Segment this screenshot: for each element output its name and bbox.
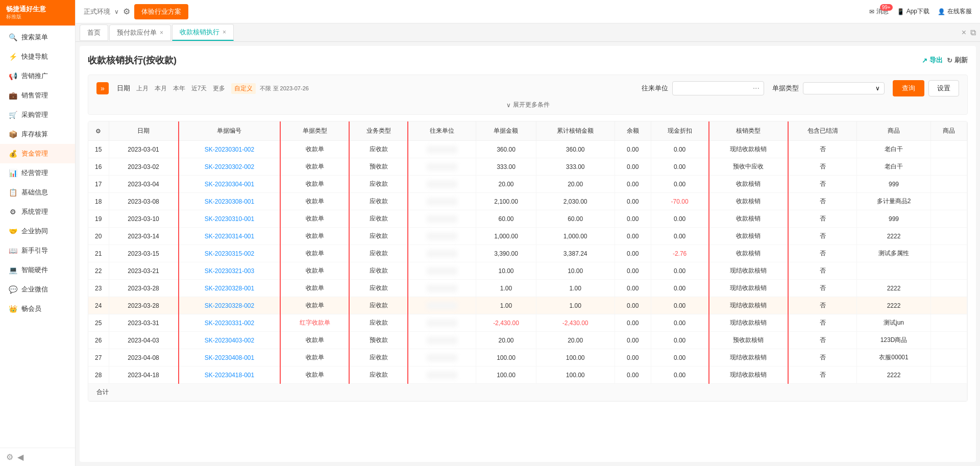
sidebar-item-member[interactable]: 👑畅会员 — [0, 299, 75, 318]
sidebar-item-marketing[interactable]: 📢营销推广 — [0, 66, 75, 86]
cell-product1: 2222 — [857, 280, 931, 297]
cell-bill-no: SK-20230403-002 — [179, 332, 281, 349]
topbar-msg[interactable]: ✉ 消息 99+ — [869, 7, 889, 16]
sidebar-item-corp[interactable]: 🤝企业协同 — [0, 222, 75, 241]
filter-custom-btn[interactable]: 自定义 — [231, 83, 256, 94]
bill-no-link[interactable]: SK-20230302-002 — [205, 163, 254, 170]
partner-dots[interactable]: ··· — [753, 84, 760, 93]
sidebar-collapse-icon[interactable]: ◀ — [17, 452, 23, 462]
close-window-icon[interactable]: × — [962, 28, 966, 37]
sidebar-item-hardware[interactable]: 💻智能硬件 — [0, 260, 75, 280]
cell-writeoff-type: 现结收款核销 — [709, 141, 789, 158]
sidebar-item-sales[interactable]: 💼销售管理 — [0, 86, 75, 105]
cell-bill-no: SK-20230314-001 — [179, 228, 281, 245]
tab-close-2[interactable]: × — [223, 29, 226, 36]
table-row: 27 2023-04-08 SK-20230408-001 收款单 应收款 10… — [88, 349, 967, 366]
sidebar-item-nav[interactable]: ⚡快捷导航 — [0, 47, 75, 66]
cell-partner — [408, 262, 476, 280]
bill-no-link[interactable]: SK-20230403-002 — [205, 337, 254, 344]
topbar-gear-icon[interactable]: ⚙ — [123, 7, 130, 16]
sidebar-icon-member: 👑 — [8, 305, 17, 313]
bill-no-link[interactable]: SK-20230310-001 — [205, 215, 254, 223]
cell-writeoff: 360.00 — [536, 141, 615, 158]
tab-1[interactable]: 预付款应付单× — [109, 24, 171, 41]
cell-amount: 60.00 — [476, 210, 536, 228]
col-amount: 单据金额 — [476, 121, 536, 141]
settings-icon[interactable]: ⚙ — [95, 128, 101, 135]
bill-no-link[interactable]: SK-20230418-001 — [205, 372, 254, 379]
cell-writeoff: 20.00 — [536, 332, 615, 349]
cell-amount: 2,100.00 — [476, 193, 536, 210]
expand-more-button[interactable]: ∨ 展开更多条件 — [506, 101, 550, 109]
topbar-service[interactable]: 👤 在线客服 — [938, 7, 972, 16]
cell-amount: 1.00 — [476, 280, 536, 297]
export-button[interactable]: ↗ 导出 — [922, 56, 943, 65]
filter-date-btn[interactable]: 本月 — [153, 83, 169, 94]
bill-no-link[interactable]: SK-20230314-001 — [205, 233, 254, 240]
filter-date-btn[interactable]: 上月 — [134, 83, 151, 94]
sidebar-label-sales: 销售管理 — [21, 91, 48, 100]
cell-writeoff: 20.00 — [536, 176, 615, 193]
cell-balance: 0.00 — [615, 245, 651, 262]
restore-window-icon[interactable]: ⧉ — [970, 28, 976, 37]
bill-no-link[interactable]: SK-20230308-001 — [205, 198, 254, 205]
page-header: 收款核销执行(按收款) ↗ 导出 ↻ 刷新 — [88, 54, 968, 66]
cell-partner — [408, 314, 476, 332]
sidebar-item-purchase[interactable]: 🛒采购管理 — [0, 105, 75, 125]
sidebar-icon-search: 🔍 — [8, 33, 17, 41]
cell-amount: 333.00 — [476, 158, 536, 176]
sidebar-item-inventory[interactable]: 📦库存核算 — [0, 125, 75, 144]
sidebar-settings-icon[interactable]: ⚙ — [6, 452, 13, 462]
cell-product1: 2222 — [857, 228, 931, 245]
sidebar-item-search[interactable]: 🔍搜索菜单 — [0, 28, 75, 47]
bill-no-link[interactable]: SK-20230321-003 — [205, 267, 254, 275]
bill-no-link[interactable]: SK-20230331-002 — [205, 320, 254, 327]
cell-date: 2023-03-14 — [109, 228, 179, 245]
cell-balance: 0.00 — [615, 332, 651, 349]
filter-date-btn[interactable]: 更多 — [211, 83, 227, 94]
cell-no: 20 — [88, 228, 109, 245]
sidebar-item-base[interactable]: 📋基础信息 — [0, 183, 75, 202]
refresh-button[interactable]: ↻ 刷新 — [947, 56, 968, 65]
sidebar-item-guide[interactable]: 📖新手引导 — [0, 241, 75, 260]
cell-no: 21 — [88, 245, 109, 262]
filter-date-btn[interactable]: 近7天 — [189, 83, 209, 94]
sidebar-item-finance[interactable]: 💰资金管理 — [0, 144, 75, 163]
cell-product2 — [930, 141, 967, 158]
filter-bar: » 日期 上月本月本年近7天更多 自定义 不限 至 2023-07-26 往来单… — [88, 75, 968, 115]
filter-right-actions: 查询 设置 — [893, 80, 959, 96]
cell-discount: -70.00 — [651, 193, 708, 210]
filter-date-btn[interactable]: 本年 — [171, 83, 187, 94]
cell-biz-type: 应收款 — [349, 245, 407, 262]
tab-0[interactable]: 首页 — [80, 24, 108, 41]
cell-bill-type: 收款单 — [280, 366, 349, 384]
tab-close-1[interactable]: × — [160, 29, 163, 36]
cell-no: 25 — [88, 314, 109, 332]
bill-no-link[interactable]: SK-20230315-002 — [205, 250, 254, 257]
sidebar-item-wechat[interactable]: 💬企业微信 — [0, 280, 75, 299]
bill-no-link[interactable]: SK-20230408-001 — [205, 354, 254, 361]
cell-balance: 0.00 — [615, 176, 651, 193]
cell-date: 2023-04-08 — [109, 349, 179, 366]
solution-button[interactable]: 体验行业方案 — [134, 4, 188, 19]
table-row: 24 2023-03-28 SK-20230328-002 收款单 应收款 1.… — [88, 297, 967, 314]
col-discount: 现金折扣 — [651, 121, 708, 141]
sidebar-item-system[interactable]: ⚙系统管理 — [0, 202, 75, 222]
bill-no-link[interactable]: SK-20230301-002 — [205, 146, 254, 153]
settings-button[interactable]: 设置 — [928, 80, 959, 96]
bill-no-link[interactable]: SK-20230328-002 — [205, 302, 254, 309]
cell-writeoff-type: 收款核销 — [709, 210, 789, 228]
bill-no-link[interactable]: SK-20230328-001 — [205, 285, 254, 292]
sidebar-item-operation[interactable]: 📊经营管理 — [0, 163, 75, 183]
cell-date: 2023-04-18 — [109, 366, 179, 384]
tab-2[interactable]: 收款核销执行× — [172, 24, 234, 41]
topbar-dropdown[interactable]: ∨ — [114, 8, 119, 15]
cell-bill-type: 收款单 — [280, 158, 349, 176]
cell-discount: 0.00 — [651, 228, 708, 245]
query-button[interactable]: 查询 — [893, 80, 924, 96]
bill-no-link[interactable]: SK-20230304-001 — [205, 181, 254, 188]
topbar-app[interactable]: 📱 App下载 — [897, 7, 929, 16]
topbar-env: 正式环境 — [84, 7, 110, 16]
cell-product2 — [930, 280, 967, 297]
filter-expand-button[interactable]: » — [96, 82, 109, 94]
